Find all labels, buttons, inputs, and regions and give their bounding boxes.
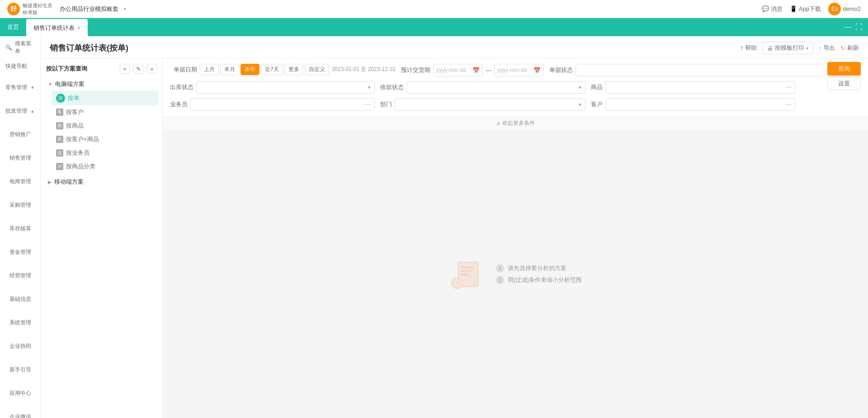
sidebar-item-marketing[interactable]: 营销推广 (0, 123, 40, 146)
collapse-left-icon: « (150, 66, 153, 72)
sidebar-item-wholesale[interactable]: 批发管理 ▲ (0, 99, 40, 123)
panel-title: 按以下方案查询 (46, 65, 116, 73)
panel-collapse-btn[interactable]: « (147, 64, 157, 74)
date-btn-last-7-days[interactable]: 近7天 (261, 64, 283, 75)
tree-item-by-product[interactable]: 商 按商品 (52, 119, 159, 133)
tip-num-2: 2 (496, 276, 504, 284)
product-input[interactable]: ··· (605, 81, 796, 94)
salesperson-label: 业务员 (170, 100, 188, 109)
sidebar-item-ecommerce[interactable]: 电商管理 (0, 170, 40, 193)
export-btn[interactable]: ↑ 导出 (819, 44, 835, 52)
receipt-status-select[interactable]: ▾ (406, 81, 585, 94)
order-status-label: 单据状态 (549, 66, 573, 74)
item-icon-category: 分 (56, 163, 63, 170)
filter-section: 单据日期 上月 本月 本年 近7天 更多 自定义 2023-01-01 至 20… (163, 58, 868, 130)
svg-rect-3 (460, 274, 469, 276)
tab-close-btn[interactable]: × (77, 25, 80, 31)
sidebar-item-purchase[interactable]: 采购管理 (0, 193, 40, 217)
empty-state: ? 1 请先选择要分析的方案 2 用[过滤]条件来缩小分析范围 (163, 130, 868, 418)
date-btn-this-month[interactable]: 本月 (220, 64, 239, 75)
print-dropdown-arrow: ▾ (806, 46, 808, 51)
date-range-display: 2023-01-01 至 2023-12-31 (332, 66, 396, 73)
date-sep: — (486, 67, 491, 74)
tab-sales-order-stats[interactable]: 销售订单统计表 × (26, 19, 88, 37)
customer-label: 客户 (591, 100, 603, 109)
receipt-status-arrow: ▾ (579, 85, 581, 90)
date-btn-custom[interactable]: 自定义 (305, 64, 329, 75)
left-sidebar: 🔍 搜索菜单 快捷导航 零售管理 ▼ 批发管理 ▲ 营销推广 销售管理 电商管理… (0, 36, 41, 418)
sidebar-item-wechat[interactable]: 企业微信 (0, 405, 40, 418)
help-btn[interactable]: ? 帮助 (740, 44, 756, 52)
panel-add-btn[interactable]: + (120, 64, 130, 74)
tab-minimize-btn[interactable]: — (844, 23, 852, 31)
tab-maximize-btn[interactable]: ⛶ (855, 23, 863, 31)
system-dropdown-arrow[interactable]: ▾ (124, 6, 126, 11)
avatar: Ea (828, 3, 841, 15)
empty-tip-2: 2 用[过滤]条件来缩小分析范围 (496, 276, 581, 284)
collapse-bar[interactable]: ∧ 收起更多条件 (163, 116, 868, 130)
date-btn-this-year[interactable]: 本年 (241, 64, 259, 75)
tree-item-by-salesperson[interactable]: 业 按业务员 (52, 146, 159, 160)
tree-group-pc-header[interactable]: ▼ 电脑端方案 (44, 77, 159, 91)
sidebar-item-retail[interactable]: 零售管理 ▼ (0, 76, 40, 99)
expected-date-label: 预计交货期 (401, 66, 430, 74)
active-dot-icon: 按 (56, 94, 65, 103)
tree-group-pc: ▼ 电脑端方案 按 按单 客 按客户 (44, 77, 159, 173)
out-status-select[interactable]: ▾ (196, 81, 375, 94)
top-bar: 好 畅捷通好生意 标准版 办公用品行业模拟账套 ▾ 💬 消息 📱 App下载 E… (0, 0, 868, 18)
tree-item-by-order[interactable]: 按 按单 (52, 91, 159, 105)
tree-item-by-customer[interactable]: 客 按客户 (52, 105, 159, 119)
tab-home[interactable]: 首页 (0, 18, 26, 36)
user-avatar[interactable]: Ea demo2 (828, 3, 861, 15)
tree-item-by-customer-product[interactable]: 客 按客户+商品 (52, 133, 159, 146)
panel-tree: ▼ 电脑端方案 按 按单 客 按客户 (41, 77, 162, 189)
main-layout: 🔍 搜索菜单 快捷导航 零售管理 ▼ 批发管理 ▲ 营销推广 销售管理 电商管理… (0, 36, 868, 418)
left-panel: 按以下方案查询 + ✎ « ▼ (41, 58, 163, 418)
product-more-icon: ··· (786, 83, 792, 91)
sidebar-item-inventory[interactable]: 库存核算 (0, 217, 40, 240)
refresh-icon: ↻ (840, 45, 845, 52)
product-label: 商品 (591, 83, 603, 91)
collapse-arrow-icon: ∧ (496, 120, 500, 127)
sidebar-item-app-center[interactable]: 应用中心 (0, 381, 40, 405)
date-btn-more[interactable]: 更多 (284, 64, 303, 75)
top-bar-right: 💬 消息 📱 App下载 Ea demo2 (762, 3, 861, 15)
message-btn[interactable]: 💬 消息 (762, 5, 783, 13)
app-download-btn[interactable]: 📱 App下载 (790, 5, 821, 13)
order-status-select[interactable]: ▾ (576, 64, 861, 76)
empty-tips: 1 请先选择要分析的方案 2 用[过滤]条件来缩小分析范围 (496, 264, 581, 284)
page-header: 销售订单统计表(按单) ? 帮助 🖨 按模板打印 ▾ ↑ 导出 ↻ 刷新 (41, 36, 868, 58)
sidebar-item-enterprise[interactable]: 企业协同 (0, 334, 40, 358)
sidebar-item-finance[interactable]: 资金管理 (0, 240, 40, 264)
tree-group-mobile-header[interactable]: ▶ 移动端方案 (44, 175, 159, 189)
message-icon: 💬 (762, 5, 769, 12)
content-area: 销售订单统计表(按单) ? 帮助 🖨 按模板打印 ▾ ↑ 导出 ↻ 刷新 (41, 36, 868, 418)
right-content: 单据日期 上月 本月 本年 近7天 更多 自定义 2023-01-01 至 20… (163, 58, 868, 418)
expected-date-start-input[interactable]: yyyy-mm-dd 📅 (433, 64, 483, 76)
refresh-btn[interactable]: ↻ 刷新 (840, 44, 859, 52)
customer-input[interactable]: ··· (605, 98, 796, 111)
left-panel-wrapper: 按以下方案查询 + ✎ « ▼ (41, 58, 868, 418)
sidebar-item-quick-nav[interactable]: 快捷导航 (0, 59, 40, 74)
app-icon: 📱 (790, 5, 797, 12)
sidebar-item-sales[interactable]: 销售管理 (0, 146, 40, 170)
sidebar-item-system[interactable]: 系统管理 (0, 311, 40, 334)
search-icon: 🔍 (5, 44, 12, 51)
customer-more-icon: ··· (786, 100, 792, 109)
department-select[interactable]: ▾ (395, 98, 585, 111)
salesperson-input[interactable]: ··· (190, 98, 375, 111)
department-label: 部门 (380, 100, 392, 109)
settings-btn[interactable]: 设置 (827, 77, 861, 90)
print-btn[interactable]: 🖨 按模板打印 ▾ (762, 42, 813, 54)
cal-start-icon: 📅 (472, 67, 480, 74)
sidebar-item-operation[interactable]: 经营管理 (0, 264, 40, 287)
sidebar-item-newbie[interactable]: 新手引导 (0, 358, 40, 381)
query-btn[interactable]: 查询 (827, 62, 861, 76)
panel-edit-btn[interactable]: ✎ (133, 64, 143, 74)
expected-date-end-input[interactable]: yyyy-mm-dd 📅 (494, 64, 544, 76)
date-btn-last-month[interactable]: 上月 (200, 64, 219, 75)
sidebar-item-basic[interactable]: 基础信息 (0, 287, 40, 311)
sidebar-search[interactable]: 🔍 搜索菜单 (0, 36, 40, 59)
tab-bar: 首页 销售订单统计表 × — ⛶ (0, 18, 868, 36)
tree-item-by-category[interactable]: 分 按商品分类 (52, 160, 159, 173)
